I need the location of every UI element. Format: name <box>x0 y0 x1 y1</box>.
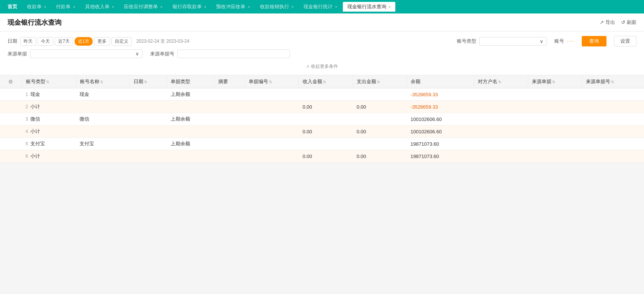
cell-date <box>130 125 167 138</box>
sort-icon[interactable]: ⇅ <box>100 80 103 84</box>
cell-doc_no <box>245 88 299 101</box>
tab-close-icon[interactable]: × <box>73 4 75 9</box>
cell-expense <box>353 113 407 125</box>
date-btn-昨天[interactable]: 昨天 <box>20 37 36 46</box>
tab-close-icon[interactable]: × <box>291 4 294 9</box>
sort-icon[interactable]: ⇅ <box>611 80 614 84</box>
col-header-source_doc_no[interactable]: 来源单据号⇅ <box>582 75 644 88</box>
col-header-counterpart[interactable]: 对方户名⇅ <box>474 75 528 88</box>
cell-source_doc <box>528 125 582 138</box>
tab-label: 预收冲应收单 <box>216 3 245 10</box>
export-icon: ↗ <box>600 19 604 25</box>
table-area: ⚙账号类型⇅账号名称⇅日期⇅单据类型摘要单据编号⇅收入金额⇅支出金额⇅余额对方户… <box>0 75 644 163</box>
account-dots-button[interactable]: ··· <box>567 38 574 45</box>
col-header-account_name[interactable]: 账号名称⇅ <box>76 75 130 88</box>
cell-account_type: 3 微信 <box>22 113 76 125</box>
cell-account_type: 1 现金 <box>22 88 76 101</box>
export-button[interactable]: ↗ 导出 <box>600 19 615 26</box>
cell-doc_no <box>245 138 299 150</box>
sort-icon[interactable]: ⇅ <box>552 80 555 84</box>
cell-account_type: 2 小计 <box>22 101 76 113</box>
tab-close-icon[interactable]: × <box>335 4 337 9</box>
tab-close-icon[interactable]: × <box>160 4 162 9</box>
tab-close-icon[interactable]: × <box>112 4 114 9</box>
date-label: 日期 <box>8 38 17 45</box>
cell-balance: 100102606.60 <box>407 125 474 138</box>
sort-icon[interactable]: ⇅ <box>377 80 380 84</box>
sort-icon[interactable]: ⇅ <box>144 80 147 84</box>
source-doc-select[interactable]: ∨ <box>30 49 143 58</box>
cell-doc_no <box>245 101 299 113</box>
tab-close-icon[interactable]: × <box>389 4 391 9</box>
nav-tab-收款核销执行[interactable]: 收款核销执行× <box>255 2 298 12</box>
cell-counterpart <box>474 138 528 150</box>
date-btn-近1月[interactable]: 近1月 <box>75 37 93 46</box>
cell-counterpart <box>474 125 528 138</box>
nav-tab-付款单[interactable]: 付款单× <box>51 2 80 12</box>
tab-close-icon[interactable]: × <box>204 4 206 9</box>
cell-gear <box>0 125 22 138</box>
nav-home[interactable]: 首页 <box>3 2 22 12</box>
nav-tab-预收冲应收单[interactable]: 预收冲应收单× <box>212 2 254 12</box>
date-btn-今天[interactable]: 今天 <box>38 37 53 46</box>
cell-expense: 0.00 <box>353 150 407 163</box>
sort-icon[interactable]: ⇅ <box>46 80 49 84</box>
tab-close-icon[interactable]: × <box>44 4 46 9</box>
refresh-label: 刷新 <box>627 19 636 26</box>
col-header-doc_no[interactable]: 单据编号⇅ <box>245 75 299 88</box>
nav-tab-现金银行流水查询[interactable]: 现金银行流水查询× <box>343 2 395 12</box>
cell-gear <box>0 113 22 125</box>
col-header-income[interactable]: 收入金额⇅ <box>299 75 353 88</box>
sort-icon[interactable]: ⇅ <box>498 80 501 84</box>
col-header-account_type[interactable]: 账号类型⇅ <box>22 75 76 88</box>
tab-close-icon[interactable]: × <box>248 4 250 9</box>
cell-source_doc_no <box>582 125 644 138</box>
col-header-source_doc[interactable]: 来源单据⇅ <box>528 75 582 88</box>
sort-icon[interactable]: ⇅ <box>323 80 326 84</box>
col-header-expense[interactable]: 支出金额⇅ <box>353 75 407 88</box>
account-type-select[interactable]: ∨ <box>479 37 547 46</box>
cell-counterpart <box>474 113 528 125</box>
cell-account_type: 5 支付宝 <box>22 138 76 150</box>
table-gear-icon[interactable]: ⚙ <box>8 79 13 85</box>
cell-balance: 19871073.60 <box>407 150 474 163</box>
cell-gear <box>0 150 22 163</box>
cell-balance: 19871073.60 <box>407 138 474 150</box>
col-label: 余额 <box>411 79 420 84</box>
cell-source_doc <box>528 138 582 150</box>
col-label: 单据编号 <box>249 79 268 84</box>
tab-label: 现金银行统计 <box>303 3 333 10</box>
collapse-bar[interactable]: ∧ 收起更多条件 <box>8 61 636 70</box>
nav-tab-其他收入单[interactable]: 其他收入单× <box>81 2 119 12</box>
settings-button[interactable]: 设置 <box>614 36 636 46</box>
cell-doc_type: 上期余额 <box>167 113 215 125</box>
cell-date <box>130 113 167 125</box>
query-button[interactable]: 查询 <box>582 36 606 46</box>
cell-summary <box>214 101 245 113</box>
account-filter-group: 账号 ··· <box>554 38 574 45</box>
cell-balance: -3528659.33 <box>407 88 474 101</box>
chevron-down-icon: ∨ <box>540 39 543 44</box>
date-btn-更多[interactable]: 更多 <box>94 37 110 46</box>
cell-source_doc <box>528 150 582 163</box>
cell-account_name: 支付宝 <box>76 138 130 150</box>
nav-tab-现金银行统计[interactable]: 现金银行统计× <box>299 2 342 12</box>
date-btn-自定义[interactable]: 自定义 <box>111 37 132 46</box>
source-doc-no-input[interactable] <box>177 49 290 58</box>
tab-label: 应收应付调整单 <box>124 3 158 10</box>
cell-account_type: 6 小计 <box>22 150 76 163</box>
cell-date <box>130 88 167 101</box>
nav-tab-应收应付调整单[interactable]: 应收应付调整单× <box>119 2 167 12</box>
cell-gear <box>0 101 22 113</box>
cell-doc_type: 上期余额 <box>167 88 215 101</box>
date-btn-近7天[interactable]: 近7天 <box>55 37 73 46</box>
nav-tab-收款单[interactable]: 收款单× <box>23 2 51 12</box>
account-label: 账号 <box>554 38 564 45</box>
sort-icon[interactable]: ⇅ <box>269 80 272 84</box>
filter-row-1: 日期 昨天今天近7天近1月更多自定义 2023-02-24 至 2023-03-… <box>8 36 636 46</box>
cell-source_doc <box>528 113 582 125</box>
col-header-date[interactable]: 日期⇅ <box>130 75 167 88</box>
table-row: 2 小计0.000.00-3528659.33 <box>0 101 644 113</box>
nav-tab-银行存取款单[interactable]: 银行存取款单× <box>168 2 211 12</box>
refresh-button[interactable]: ↺ 刷新 <box>621 19 636 26</box>
